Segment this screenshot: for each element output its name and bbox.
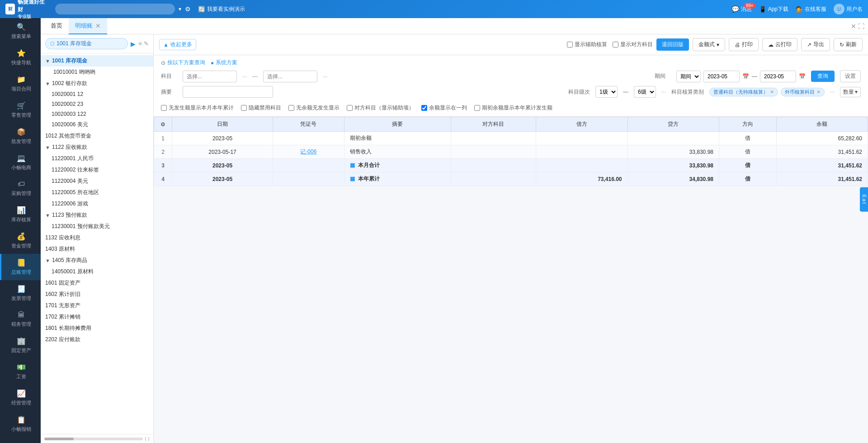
search-input[interactable]: [55, 4, 175, 14]
tree-node-11220002[interactable]: 11220002 往来标签: [41, 164, 153, 176]
period-end-input[interactable]: [760, 71, 796, 82]
filter-expand-label[interactable]: 按以下方案查询: [167, 59, 205, 67]
filter-scheme-btn[interactable]: ● 系统方案: [211, 59, 237, 67]
export-btn[interactable]: ↗ 导出: [801, 38, 830, 51]
tree-node-1002[interactable]: ▼ 1002 银行存款: [41, 78, 153, 89]
tree-node-1701[interactable]: 1701 无形资产: [41, 300, 153, 311]
refresh-btn[interactable]: ↻ 刷新: [834, 38, 863, 51]
subject-input2[interactable]: [263, 71, 317, 82]
tree-node-1602[interactable]: 1602 累计折旧: [41, 289, 153, 300]
right-edge-btn[interactable]: Eat: [860, 187, 868, 212]
tree-node-11220004[interactable]: 11220004 美元: [41, 176, 153, 187]
demo-btn[interactable]: 🔄 我要看实例演示: [198, 5, 245, 13]
sidebar-item-purchase[interactable]: 🏷 采购管理: [0, 176, 41, 201]
period-type-select[interactable]: 期间: [676, 71, 701, 82]
tree-node-1405[interactable]: ▼ 1405 库存商品: [41, 255, 153, 266]
message-btn[interactable]: 💬 消息 99+: [731, 5, 752, 13]
cb-no-occur[interactable]: 无发生额显示本月本年累计: [161, 104, 234, 112]
sidebar-item-search[interactable]: 🔍 搜索菜单: [0, 18, 41, 44]
sidebar-item-tax[interactable]: 🏛 税务管理: [0, 306, 41, 332]
tree-node-1123[interactable]: ▼ 1123 预付账款: [41, 210, 153, 221]
tree-node-11220006[interactable]: 11220006 游戏: [41, 198, 153, 210]
user-area[interactable]: U 用户名: [834, 4, 863, 14]
cb-counter-col[interactable]: 对方科目（显示辅助项）: [347, 104, 414, 112]
date-icon-start[interactable]: 📅: [742, 73, 749, 80]
sidebar-item-finance[interactable]: 💰 资金管理: [0, 228, 41, 254]
level-start-select[interactable]: 1级2级3级: [595, 86, 618, 98]
tree-node-1122[interactable]: ▼ 1122 应收账款: [41, 142, 153, 153]
th-settings[interactable]: ⚙: [154, 117, 172, 132]
cb-period-begin[interactable]: 期初余额显示本年累计发生额: [474, 104, 552, 112]
tree-node-11220005[interactable]: 11220005 所在地区: [41, 187, 153, 198]
tree-node-10020003[interactable]: 10020003 122: [41, 109, 153, 119]
tree-node-10020002[interactable]: 10020002 23: [41, 99, 153, 109]
row-voucher-2[interactable]: 记-006: [273, 145, 344, 159]
filter-scheme-icon[interactable]: ⊙: [161, 60, 165, 66]
sidebar-item-project[interactable]: 📁 项目合同: [0, 71, 41, 97]
sidebar-item-ecommerce[interactable]: 💻 小畅电商: [0, 149, 41, 176]
tab-close-icon[interactable]: ✕: [95, 23, 101, 29]
sidebar-item-invoice[interactable]: 🧾 发票管理: [0, 280, 41, 306]
subject-input[interactable]: [183, 71, 237, 82]
settings-icon[interactable]: ⚙: [185, 5, 191, 13]
tree-node-1801[interactable]: 1801 长期待摊费用: [41, 323, 153, 334]
sidebar-item-operations[interactable]: 📈 经营管理: [0, 385, 41, 411]
table-scroll[interactable]: ⚙ 日期 凭证号 摘要 对方科目 借方 贷方 方向 余额: [154, 117, 868, 443]
col-gear-icon[interactable]: ⚙: [160, 121, 165, 128]
app-download-btn[interactable]: 📱 App下载: [759, 5, 788, 13]
tree-current-account[interactable]: ⬡ 1001 库存现金: [45, 38, 128, 49]
return-old-btn[interactable]: 退回旧版: [656, 38, 689, 51]
tree-next-icon[interactable]: ▶: [131, 40, 136, 48]
sidebar-item-assets[interactable]: 🏢 固定资产: [0, 332, 41, 358]
period-start-input[interactable]: [703, 71, 740, 82]
query-btn[interactable]: 查询: [811, 71, 835, 82]
tree-node-2202[interactable]: 2202 应付账款: [41, 334, 153, 345]
tree-node-1702[interactable]: 1702 累计摊销: [41, 311, 153, 323]
sidebar-item-salary[interactable]: 💵 工资: [0, 358, 41, 385]
tree-node-1601[interactable]: 1601 固定资产: [41, 277, 153, 289]
tree-node-14050001[interactable]: 14050001 原材料: [41, 266, 153, 277]
tab-home[interactable]: 首页: [44, 18, 69, 34]
setting-btn[interactable]: 设置: [840, 70, 861, 82]
tag-close-icon[interactable]: ✕: [770, 89, 774, 95]
tab-close-window-icon[interactable]: ✕: [851, 23, 856, 30]
tree-node-1012[interactable]: 1012 其他货币资金: [41, 130, 153, 142]
tree-node-10020006[interactable]: 10020006 美元: [41, 119, 153, 130]
tree-node-1403[interactable]: 1403 原材料: [41, 243, 153, 255]
cb-hide-disabled[interactable]: 隐藏禁用科目: [241, 104, 281, 112]
online-service-btn[interactable]: 💁 在线客服: [796, 5, 826, 13]
tree-node-1132[interactable]: 1132 应收利息: [41, 232, 153, 243]
tab-maximize-icon[interactable]: ⛶: [858, 23, 864, 30]
collapse-btn[interactable]: ▲ 收起更多: [159, 39, 196, 50]
tree-list-icon[interactable]: ≡: [138, 40, 142, 47]
tag-normal[interactable]: 普通科目（无特殊核算） ✕: [709, 88, 778, 96]
tree-pencil-icon[interactable]: ✎: [144, 40, 149, 47]
date-icon-end[interactable]: 📅: [799, 73, 806, 80]
sidebar-item-wholesale[interactable]: 📦 批发管理: [0, 123, 41, 149]
tree-node-10020001[interactable]: 10020001 12: [41, 89, 153, 99]
print-btn[interactable]: 🖨 打印: [729, 38, 759, 51]
cb-balance-one[interactable]: 余额显示在一列: [421, 104, 467, 112]
tree-node-1001[interactable]: ▼ 1001 库存现金: [41, 55, 153, 67]
tab-detail[interactable]: 明细账 ✕: [69, 18, 107, 34]
level-end-select[interactable]: 6级5级4级: [634, 86, 656, 98]
sidebar-item-quicknav[interactable]: ⭐ 快捷导航: [0, 44, 41, 71]
qty-dropdown[interactable]: 数量 ▾: [840, 87, 861, 97]
sidebar-item-basic[interactable]: ℹ 基础信息: [0, 437, 41, 443]
dropdown-icon[interactable]: ▾: [179, 6, 181, 12]
cloud-print-btn[interactable]: ☁ 云打印: [762, 38, 797, 51]
cb-show-counter[interactable]: 显示对方科目: [613, 41, 653, 48]
tree-node-10010001[interactable]: 10010001 哟哟哟: [41, 67, 153, 78]
cb-show-aux[interactable]: 显示辅助核算: [567, 41, 607, 48]
sidebar-item-retail[interactable]: 🛒 零售管理: [0, 97, 41, 123]
tree-node-11230001[interactable]: 11230001 预付账款美元: [41, 221, 153, 232]
amount-style-btn[interactable]: 金额式 ▾: [693, 38, 725, 51]
tag-close-icon2[interactable]: ✕: [816, 89, 821, 95]
tree-node-11220001[interactable]: 11220001 人民币: [41, 153, 153, 164]
sidebar-item-stock[interactable]: 📊 库存核算: [0, 201, 41, 228]
sidebar-item-sales[interactable]: 📋 小畅报销: [0, 411, 41, 437]
summary-input[interactable]: [183, 86, 273, 98]
cb-no-balance[interactable]: 无余额无发生显示: [288, 104, 340, 112]
tag-foreign[interactable]: 外币核算科目 ✕: [781, 88, 825, 96]
sidebar-item-accounting[interactable]: 📒 总账管理: [0, 254, 41, 280]
